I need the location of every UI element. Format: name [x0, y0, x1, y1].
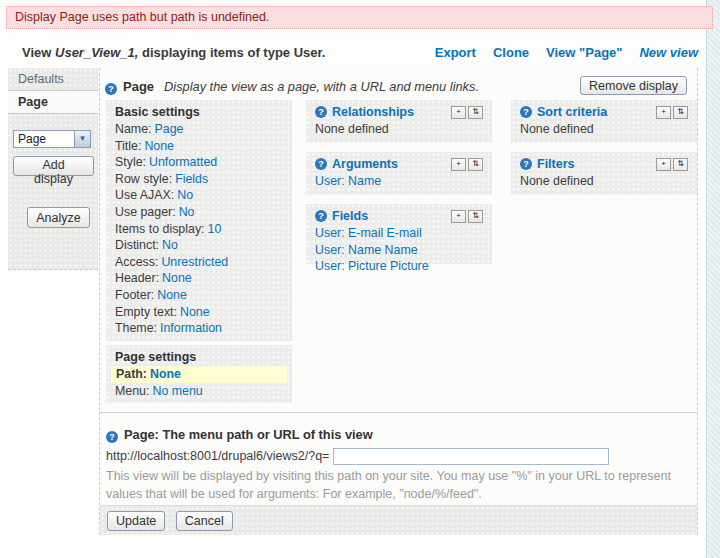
setting-value-link[interactable]: Information: [160, 321, 222, 335]
add-icon[interactable]: +: [656, 106, 671, 119]
help-icon[interactable]: ?: [315, 158, 327, 170]
help-icon[interactable]: ?: [105, 83, 117, 95]
update-button[interactable]: Update: [107, 511, 165, 531]
path-input[interactable]: [333, 448, 609, 465]
filters-box: ? Filters + ⇅ None defined: [511, 152, 697, 195]
help-icon[interactable]: ?: [315, 106, 327, 118]
url-prefix-label: http://localhost:8001/drupal6/views2/?q=: [106, 449, 329, 463]
setting-value-link[interactable]: 10: [208, 222, 222, 236]
setting-row: Distinct:No: [115, 237, 283, 254]
setting-label: Header:: [115, 271, 159, 285]
field-link[interactable]: User: Name Name: [315, 243, 418, 257]
setting-row: Footer:None: [115, 287, 283, 304]
basic-settings-box: Basic settings Name:Page Title:None Styl…: [106, 100, 292, 341]
remove-display-button[interactable]: Remove display: [580, 76, 687, 95]
field-link[interactable]: User: E-mail E-mail: [315, 226, 422, 240]
relationships-title-link[interactable]: Relationships: [332, 104, 449, 120]
setting-row: Use AJAX:No: [115, 187, 283, 204]
display-header: ?PageDisplay the view as a page, with a …: [105, 79, 691, 99]
setting-label: Style:: [115, 155, 146, 169]
setting-value-link[interactable]: No: [177, 188, 193, 202]
path-value-link[interactable]: None: [150, 367, 181, 381]
argument-link[interactable]: User: Name: [315, 174, 381, 188]
arguments-header: ? Arguments + ⇅: [315, 156, 483, 172]
setting-value-link[interactable]: No: [162, 238, 178, 252]
path-url-row: http://localhost:8001/drupal6/views2/?q=: [106, 448, 609, 465]
help-icon[interactable]: ?: [315, 210, 327, 222]
view-page-link[interactable]: View "Page": [546, 45, 622, 60]
relationships-box: ? Relationships + ⇅ None defined: [306, 100, 492, 143]
setting-value-link[interactable]: Fields: [175, 172, 208, 186]
field-link[interactable]: User: Picture Picture: [315, 259, 429, 273]
setting-value-link[interactable]: None: [157, 288, 187, 302]
display-description: Display the view as a page, with a URL a…: [164, 79, 479, 94]
setting-row: Header:None: [115, 270, 283, 287]
sort-criteria-header: ? Sort criteria + ⇅: [520, 104, 688, 120]
path-form-description: This view will be displayed by visiting …: [106, 468, 692, 503]
tab-page[interactable]: Page: [8, 91, 98, 114]
tab-defaults[interactable]: Defaults: [8, 68, 98, 91]
setting-row: Title:None: [115, 138, 283, 155]
cancel-button[interactable]: Cancel: [176, 511, 233, 531]
filters-title-link[interactable]: Filters: [537, 156, 654, 172]
help-icon[interactable]: ?: [520, 106, 532, 118]
display-main-panel: ?PageDisplay the view as a page, with a …: [99, 68, 698, 535]
fields-title-link[interactable]: Fields: [332, 208, 449, 224]
setting-value-link[interactable]: Unrestricted: [161, 255, 228, 269]
setting-value-link[interactable]: Page: [155, 122, 184, 136]
arguments-title-link[interactable]: Arguments: [332, 156, 449, 172]
setting-row: Theme:Information: [115, 320, 283, 337]
help-icon[interactable]: ?: [520, 158, 532, 170]
setting-value-link[interactable]: None: [180, 305, 210, 319]
rearrange-icon[interactable]: ⇅: [673, 106, 688, 119]
rearrange-icon[interactable]: ⇅: [468, 210, 483, 223]
setting-row: Name:Page: [115, 121, 283, 138]
setting-label: Distinct:: [115, 238, 159, 252]
setting-row: Row style:Fields: [115, 171, 283, 188]
error-banner: Display Page uses path but path is undef…: [6, 6, 713, 29]
display-type-select[interactable]: Page ▾: [13, 130, 91, 148]
relationships-header: ? Relationships + ⇅: [315, 104, 483, 120]
setting-label: Empty text:: [115, 305, 177, 319]
setting-row: Empty text:None: [115, 304, 283, 321]
setting-value-link[interactable]: None: [144, 139, 174, 153]
setting-label: Use AJAX:: [115, 188, 174, 202]
setting-value-link[interactable]: No: [179, 205, 195, 219]
setting-label: Access:: [115, 255, 158, 269]
rearrange-icon[interactable]: ⇅: [468, 106, 483, 119]
help-icon[interactable]: ?: [106, 431, 118, 443]
display-type-select-value: Page: [14, 132, 74, 146]
form-actions-bar: Update Cancel: [100, 505, 697, 535]
sort-criteria-empty: None defined: [520, 121, 688, 138]
field-row: User: Name Name: [315, 242, 483, 259]
rearrange-icon[interactable]: ⇅: [468, 158, 483, 171]
export-link[interactable]: Export: [435, 45, 476, 60]
filters-empty: None defined: [520, 173, 688, 190]
sort-criteria-box: ? Sort criteria + ⇅ None defined: [511, 100, 697, 143]
add-display-button[interactable]: Add display: [13, 156, 94, 176]
sort-criteria-title-link[interactable]: Sort criteria: [537, 104, 654, 120]
clone-link[interactable]: Clone: [493, 45, 529, 60]
field-row: User: Picture Picture: [315, 258, 483, 275]
add-icon[interactable]: +: [451, 210, 466, 223]
relationships-empty: None defined: [315, 121, 483, 138]
analyze-button[interactable]: Analyze: [27, 207, 90, 228]
menu-value-link[interactable]: No menu: [152, 384, 202, 398]
rearrange-icon[interactable]: ⇅: [673, 158, 688, 171]
field-row: User: E-mail E-mail: [315, 225, 483, 242]
chevron-down-icon: ▾: [74, 131, 90, 147]
path-form-heading: ?Page: The menu path or URL of this view: [106, 427, 373, 443]
setting-value-link[interactable]: None: [162, 271, 192, 285]
setting-value-link[interactable]: Unformatted: [149, 155, 217, 169]
add-icon[interactable]: +: [656, 158, 671, 171]
setting-label: Footer:: [115, 288, 154, 302]
setting-row: Access:Unrestricted: [115, 254, 283, 271]
page-settings-box: Page settings Path:None Menu:No menu: [106, 345, 292, 403]
error-message: Display Page uses path but path is undef…: [15, 10, 269, 24]
new-view-link[interactable]: New view: [639, 45, 698, 60]
add-icon[interactable]: +: [451, 106, 466, 119]
add-icon[interactable]: +: [451, 158, 466, 171]
setting-row: Items to display:10: [115, 221, 283, 238]
setting-row-menu: Menu:No menu: [115, 383, 283, 400]
fields-header: ? Fields + ⇅: [315, 208, 483, 224]
